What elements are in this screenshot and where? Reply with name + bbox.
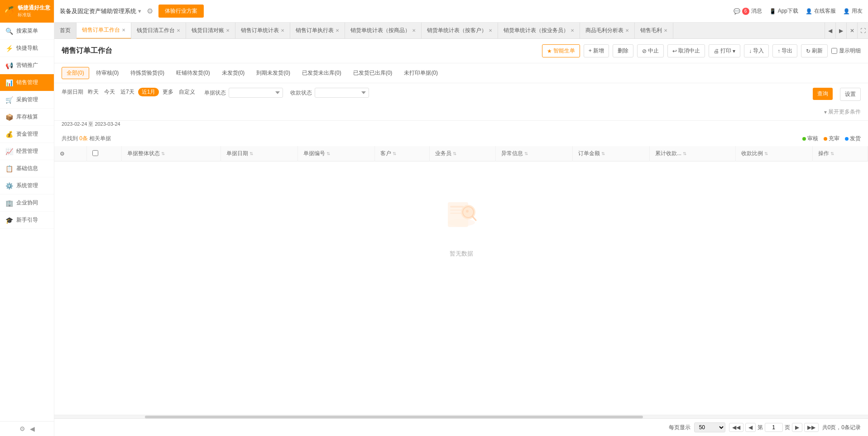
tab-close-sales-profit[interactable]: ✕ (664, 28, 667, 33)
add-btn[interactable]: + 新增 (584, 44, 609, 57)
status-filter-select[interactable] (229, 88, 283, 98)
tab-cash-daily[interactable]: 钱货日清工作台✕ (131, 23, 186, 39)
ship-btn[interactable]: 发货 (845, 135, 861, 142)
print-btn[interactable]: 🖨 打印 ▾ (709, 44, 740, 57)
cancel-review-btn[interactable]: 充审 (824, 135, 839, 142)
sidebar-item-inventory[interactable]: 📦库存核算 (0, 109, 54, 126)
sub-tab-overdue-not-shipped[interactable]: 到期未发货(0) (251, 67, 295, 79)
page-next-btn[interactable]: ▶ (792, 423, 802, 432)
tab-sales-stats[interactable]: 销售订单统计表✕ (235, 23, 290, 39)
tab-cash-reconcile[interactable]: 钱货日清对账✕ (186, 23, 235, 39)
tab-fullscreen-btn[interactable]: ⛶ (857, 23, 868, 39)
expand-filter-btn[interactable]: ▾ 展开更多条件 (824, 108, 861, 116)
industry-btn[interactable]: 体验行业方案 (158, 5, 204, 18)
sidebar-item-search[interactable]: 🔍搜索菜单 (0, 23, 54, 40)
sidebar-item-purchase[interactable]: 🛒采购管理 (0, 91, 54, 109)
tab-sales-summary-staff[interactable]: 销货单统计表（按业务员）✕ (498, 23, 580, 39)
select-all-checkbox[interactable] (92, 150, 98, 156)
page-size-select[interactable]: 50 10 20 100 (694, 422, 725, 432)
tab-sales-summary-customer[interactable]: 销货单统计表（按客户）✕ (422, 23, 498, 39)
tab-next-btn[interactable]: ▶ (835, 23, 846, 39)
sidebar-item-marketing[interactable]: 📢营销推广 (0, 57, 54, 74)
tab-close-sales-workbench[interactable]: ✕ (122, 28, 125, 33)
tab-sales-workbench[interactable]: 销售订单工作台✕ (77, 23, 131, 39)
tab-close-sales-stats[interactable]: ✕ (281, 28, 284, 33)
sidebar-item-sales[interactable]: 📊销售管理 (0, 74, 54, 91)
tab-sales-summary-product[interactable]: 销货单统计表（按商品）✕ (345, 23, 422, 39)
show-detail-checkbox[interactable] (831, 48, 837, 54)
sidebar-item-enterprise[interactable]: 🏢企业协同 (0, 194, 54, 212)
sub-tab-all[interactable]: 全部(0) (62, 67, 89, 79)
sort-icon-abnormal[interactable]: ⇅ (524, 151, 528, 156)
topbar-gear-icon[interactable]: ⚙ (147, 7, 153, 15)
sub-tab-shipped-not-out[interactable]: 已发货未出库(0) (297, 67, 346, 79)
tab-close-cash-reconcile[interactable]: ✕ (226, 28, 230, 33)
sidebar-item-finance[interactable]: 💰资金管理 (0, 126, 54, 143)
delete-btn[interactable]: 删除 (613, 44, 633, 57)
date-opt-自定义[interactable]: 自定义 (177, 88, 197, 96)
topbar-message-btn[interactable]: 💬 6 消息 (734, 7, 762, 15)
sort-icon-number[interactable]: ⇅ (326, 151, 330, 156)
tab-close-sales-summary-staff[interactable]: ✕ (571, 28, 574, 33)
tab-close-cash-daily[interactable]: ✕ (177, 28, 180, 33)
sub-tab-not-shipped[interactable]: 未发货(0) (217, 67, 250, 79)
sub-tab-pending-check[interactable]: 待拣货验货(0) (125, 67, 169, 79)
col-settings-icon[interactable]: ⚙ (60, 151, 65, 157)
sort-icon-status[interactable]: ⇅ (161, 151, 165, 156)
sort-icon-amount[interactable]: ⇅ (601, 151, 605, 156)
sub-tab-pending-review[interactable]: 待审核(0) (91, 67, 124, 79)
page-first-btn[interactable]: ◀◀ (729, 423, 743, 432)
tab-sales-profit[interactable]: 销售毛利✕ (635, 23, 673, 39)
scrollbar-thumb[interactable] (145, 416, 643, 418)
sort-icon-customer[interactable]: ⇅ (393, 151, 396, 156)
sidebar-item-newbie[interactable]: 🎓新手引导 (0, 212, 54, 229)
sidebar-item-operations[interactable]: 📈经营管理 (0, 143, 54, 160)
filter-area: 单据日期 昨天今天近7天近1月更多自定义 单据状态 收款状态 查询 设置 ▾ (54, 83, 868, 121)
tab-close-sales-summary-customer[interactable]: ✕ (489, 28, 492, 33)
stop-btn[interactable]: ⊘ 中止 (637, 44, 664, 57)
tab-close-all-btn[interactable]: ✕ (846, 23, 857, 39)
sub-tab-not-printed[interactable]: 未打印单据(0) (399, 67, 443, 79)
tab-prev-btn[interactable]: ◀ (825, 23, 835, 39)
tab-home[interactable]: 首页 (54, 23, 77, 39)
query-btn[interactable]: 查询 (813, 88, 833, 100)
payment-filter-select[interactable] (315, 88, 369, 98)
sidebar-settings-btn[interactable]: ⚙ (19, 425, 25, 432)
sidebar-collapse-btn[interactable]: ◀ (30, 425, 35, 432)
topbar-app-download-btn[interactable]: 📱 App下载 (769, 7, 798, 15)
page-last-btn[interactable]: ▶▶ (804, 423, 819, 432)
export-btn[interactable]: ↑ 导出 (772, 44, 797, 57)
page-prev-btn[interactable]: ◀ (745, 423, 756, 432)
date-opt-近7天[interactable]: 近7天 (119, 88, 136, 96)
tab-close-gross-margin[interactable]: ✕ (625, 28, 629, 33)
filter-settings-btn[interactable]: 设置 (840, 88, 861, 101)
tab-close-sales-exec[interactable]: ✕ (336, 28, 339, 33)
date-opt-近1月[interactable]: 近1月 (138, 88, 159, 96)
show-detail-label[interactable]: 显示明细 (831, 47, 861, 55)
sort-icon-collected[interactable]: ⇅ (683, 151, 686, 156)
smart-create-btn[interactable]: ★ 智能生单 (542, 44, 580, 57)
refresh-btn[interactable]: ↻ 刷新 (801, 44, 828, 57)
sidebar-item-quick-nav[interactable]: ⚡快捷导航 (0, 40, 54, 57)
date-opt-昨天[interactable]: 昨天 (86, 88, 101, 96)
horizontal-scrollbar[interactable] (54, 415, 868, 418)
sidebar-item-system[interactable]: ⚙️系统管理 (0, 177, 54, 194)
tab-close-sales-summary-product[interactable]: ✕ (412, 28, 416, 33)
date-opt-更多[interactable]: 更多 (161, 88, 175, 96)
sort-icon-ratio[interactable]: ⇅ (764, 151, 768, 156)
topbar-user-btn[interactable]: 👤 用友 (843, 7, 863, 15)
sub-tab-shipped-out[interactable]: 已发货已出库(0) (348, 67, 398, 79)
review-btn[interactable]: 审核 (802, 135, 818, 142)
sort-icon-actions[interactable]: ⇅ (830, 151, 834, 156)
tab-sales-exec[interactable]: 销售订单执行表✕ (290, 23, 345, 39)
sidebar-item-basic-info[interactable]: 📋基础信息 (0, 160, 54, 177)
cancel-stop-btn[interactable]: ↩ 取消中止 (667, 44, 705, 57)
sort-icon-staff[interactable]: ⇅ (453, 151, 456, 156)
tab-gross-margin[interactable]: 商品毛利分析表✕ (580, 23, 635, 39)
sort-icon-date[interactable]: ⇅ (249, 151, 253, 156)
date-opt-今天[interactable]: 今天 (102, 88, 117, 96)
import-btn[interactable]: ↓ 导入 (744, 44, 769, 57)
page-input[interactable] (765, 423, 783, 432)
topbar-service-btn[interactable]: 👤 在线客服 (806, 7, 836, 15)
sub-tab-wangpu-ship[interactable]: 旺铺待发货(0) (171, 67, 215, 79)
